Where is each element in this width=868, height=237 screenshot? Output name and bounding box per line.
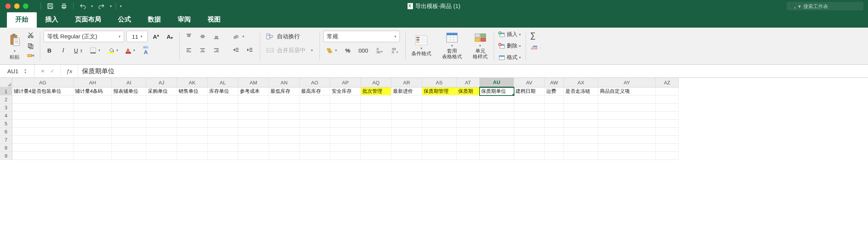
name-box[interactable]: AU1 ▲▼ — [0, 65, 34, 77]
cell-AM4[interactable] — [238, 112, 269, 120]
cell-AY4[interactable] — [598, 112, 656, 120]
column-header-AY[interactable]: AY — [598, 78, 656, 87]
cell-AU8[interactable] — [480, 144, 514, 152]
column-header-AN[interactable]: AN — [269, 78, 300, 87]
cell-AT6[interactable] — [457, 128, 480, 136]
tab-review[interactable]: 审阅 — [169, 12, 199, 28]
align-top-button[interactable] — [183, 31, 195, 42]
cell-AR9[interactable] — [391, 152, 422, 160]
cell-AS3[interactable] — [422, 104, 457, 112]
cell-AG9[interactable] — [12, 152, 74, 160]
cell-AR7[interactable] — [391, 136, 422, 144]
paste-dropdown-icon[interactable]: ▾ — [14, 49, 16, 53]
formula-input[interactable] — [78, 67, 868, 75]
cell-AV5[interactable] — [514, 120, 545, 128]
minimize-window-button[interactable] — [14, 3, 20, 9]
row-header-9[interactable]: 9 — [0, 152, 12, 160]
cell-AJ6[interactable] — [146, 128, 177, 136]
cell-AP1[interactable]: 安全库存 — [330, 87, 361, 95]
cell-AX6[interactable] — [564, 128, 598, 136]
cell-AY5[interactable] — [598, 120, 656, 128]
cell-AM9[interactable] — [238, 152, 269, 160]
cell-AO5[interactable] — [300, 120, 330, 128]
paste-button[interactable] — [6, 31, 23, 49]
tab-home[interactable]: 开始 — [7, 12, 37, 28]
cell-AQ7[interactable] — [361, 136, 391, 144]
cell-AW4[interactable] — [545, 112, 564, 120]
cell-AV9[interactable] — [514, 152, 545, 160]
cell-AJ7[interactable] — [146, 136, 177, 144]
cell-AO9[interactable] — [300, 152, 330, 160]
cell-AX1[interactable]: 是否走冻链 — [564, 87, 598, 95]
customize-qat-icon[interactable]: ▾ — [120, 4, 122, 8]
border-button[interactable]: ▾ — [87, 44, 103, 56]
cell-AJ9[interactable] — [146, 152, 177, 160]
column-header-AJ[interactable]: AJ — [146, 78, 177, 87]
cell-AL2[interactable] — [208, 95, 238, 104]
cell-AI6[interactable] — [112, 128, 146, 136]
cell-AQ4[interactable] — [361, 112, 391, 120]
cell-AP5[interactable] — [330, 120, 361, 128]
cell-AZ9[interactable] — [656, 152, 679, 160]
cancel-formula-button[interactable]: ✕ — [41, 68, 45, 74]
cell-AP4[interactable] — [330, 112, 361, 120]
cell-styles-button[interactable]: ▾ 单元 格样式 — [470, 31, 490, 61]
cell-AH9[interactable] — [74, 152, 112, 160]
cell-AO1[interactable]: 最高库存 — [300, 87, 330, 95]
cell-AS1[interactable]: 保质期管理 — [422, 87, 457, 95]
cell-AT4[interactable] — [457, 112, 480, 120]
format-as-table-button[interactable]: ▾ 套用 表格格式 — [440, 31, 464, 61]
undo-icon[interactable] — [77, 2, 88, 11]
cell-AJ1[interactable]: 采购单位 — [146, 87, 177, 95]
row-header-2[interactable]: 2 — [0, 95, 12, 104]
font-size-select[interactable]: 11▾ — [126, 31, 148, 42]
fill-color-button[interactable]: ▾ — [105, 44, 121, 56]
cell-AX8[interactable] — [564, 144, 598, 152]
column-header-AO[interactable]: AO — [300, 78, 330, 87]
cell-AH3[interactable] — [74, 104, 112, 112]
conditional-format-button[interactable]: ▾ 条件格式 — [409, 33, 434, 58]
maximize-window-button[interactable] — [23, 3, 28, 9]
cell-AX3[interactable] — [564, 104, 598, 112]
cell-AG7[interactable] — [12, 136, 74, 144]
cell-AT3[interactable] — [457, 104, 480, 112]
row-header-7[interactable]: 7 — [0, 136, 12, 144]
cell-AY2[interactable] — [598, 95, 656, 104]
cell-AQ3[interactable] — [361, 104, 391, 112]
decrease-indent-button[interactable] — [231, 44, 242, 56]
cell-AL8[interactable] — [208, 144, 238, 152]
cell-AN4[interactable] — [269, 112, 300, 120]
cell-AG1[interactable]: 辅计量4是否包装单位 — [12, 87, 74, 95]
cell-AP9[interactable] — [330, 152, 361, 160]
wrap-text-button[interactable]: 自动换行 — [264, 31, 303, 42]
cell-AJ8[interactable] — [146, 144, 177, 152]
cell-AJ2[interactable] — [146, 95, 177, 104]
cell-AM3[interactable] — [238, 104, 269, 112]
cell-AK9[interactable] — [177, 152, 208, 160]
cell-AV6[interactable] — [514, 128, 545, 136]
cell-AZ5[interactable] — [656, 120, 679, 128]
column-header-AM[interactable]: AM — [238, 78, 269, 87]
increase-indent-button[interactable] — [244, 44, 256, 56]
cell-AW2[interactable] — [545, 95, 564, 104]
cell-AM5[interactable] — [238, 120, 269, 128]
cell-AG4[interactable] — [12, 112, 74, 120]
cell-AP6[interactable] — [330, 128, 361, 136]
cell-AP7[interactable] — [330, 136, 361, 144]
cell-AW5[interactable] — [545, 120, 564, 128]
cell-AS9[interactable] — [422, 152, 457, 160]
search-dropdown-icon[interactable]: ▾ — [798, 3, 801, 9]
number-format-select[interactable]: 常规▾ — [323, 31, 400, 42]
cell-AV3[interactable] — [514, 104, 545, 112]
cell-AN7[interactable] — [269, 136, 300, 144]
cell-AS8[interactable] — [422, 144, 457, 152]
cell-AO6[interactable] — [300, 128, 330, 136]
row-header-8[interactable]: 8 — [0, 144, 12, 152]
decrease-decimal-button[interactable]: .00.0 — [388, 44, 401, 56]
cell-AM1[interactable]: 参考成本 — [238, 87, 269, 95]
cell-AH1[interactable]: 辅计量4条码 — [74, 87, 112, 95]
align-center-button[interactable] — [197, 44, 208, 56]
cell-AL4[interactable] — [208, 112, 238, 120]
cell-AZ4[interactable] — [656, 112, 679, 120]
cell-AZ1[interactable] — [656, 87, 679, 95]
